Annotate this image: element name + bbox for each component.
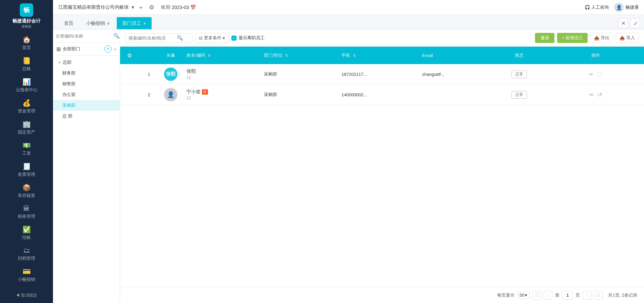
status-badge: 正常 [512,91,527,99]
sidebar-item-invoice[interactable]: 🧾 发票管理 [0,159,53,180]
sidebar-item-expense[interactable]: 💳 小畅报销 [0,264,53,285]
import-button[interactable]: 📥 导入 [616,33,639,43]
filter-button[interactable]: ⊟ 更多条件 ▾ [195,33,229,43]
avatar: 👤 [614,3,624,12]
expand-tab-btn[interactable]: ⤢ [631,18,640,28]
refresh-icon[interactable]: ↺ [598,92,602,98]
row2-actions-cell: ✏ ↺ [547,85,644,105]
checkout-icon: ✅ [22,225,31,234]
dept-item-hq2[interactable]: 总 部 [53,111,120,121]
add-company-icon[interactable]: ＋ [137,3,145,11]
table-settings-button[interactable]: ⚙ [124,50,135,61]
sidebar-item-salary[interactable]: 💵 工资 [0,138,53,159]
dept-item-hq[interactable]: ▼ 总部 [53,57,120,68]
add-employee-button[interactable]: + 新增员工 [557,33,588,43]
sidebar-item-assets[interactable]: 🏢 固定资产 [0,117,53,138]
tab-dept-close[interactable]: × [143,21,146,26]
next-page-button[interactable]: › [583,291,591,300]
export-button[interactable]: 📤 导出 [590,33,613,43]
support-button[interactable]: 🎧 人工咨询 [585,4,609,10]
dept-search-icon[interactable]: 🔍 [113,33,120,39]
resigned-checkbox[interactable] [231,36,236,41]
row2-phone-cell: 140000002... [337,85,418,105]
row1-index-num: 1 [139,64,159,85]
export-label: 导出 [601,35,609,41]
home-icon: 🏠 [22,36,31,44]
sidebar-item-home[interactable]: 🏠 首页 [0,32,53,53]
show-resigned-label: 显示离职员工 [238,35,265,41]
left-panel: 🔍 ⊞ 全部部门 ✎ « ▼ 总部 财务部 销售部 办公室 采购部 总 部 [53,30,120,303]
company-dropdown-icon[interactable]: ▾ [131,4,134,10]
search-icon[interactable]: 🔍 [177,35,183,41]
archive-icon: 🗂 [23,247,30,254]
reports-icon: 📊 [22,78,31,86]
tab-expense-close[interactable]: × [107,21,110,26]
period-value: 2023-03 [172,5,189,10]
sidebar-item-tax[interactable]: 🏛 税务管理 [0,201,53,222]
edit-icon[interactable]: ✏ [589,92,594,98]
show-resigned-toggle[interactable]: 显示离职员工 [231,35,265,41]
tab-home[interactable]: 首页 [58,17,79,29]
col-phone[interactable]: 手机 ⇅ [337,47,418,64]
invoice-icon: 🧾 [22,162,31,170]
page-number-input[interactable] [562,291,573,300]
dept-search-input[interactable] [56,34,112,39]
tab-expense[interactable]: 小畅报销 × [80,17,115,29]
sidebar-item-label: 总账 [22,66,31,72]
tab-dept[interactable]: 部门员工 × [117,17,152,29]
sidebar-item-archive[interactable]: 🗂 归档管理 [0,243,53,264]
invite-button[interactable]: 邀请 [535,33,554,43]
app-name: 畅捷通好会计 [12,18,41,24]
table-container: ⚙ 头像 姓名/编码 ⇅ 部门/职位 ⇅ [120,47,644,287]
tax-icon: 🏛 [23,205,30,212]
row1-status-cell: 正常 [491,64,547,85]
tab-dept-label: 部门员工 [122,20,141,27]
toolbar: 🔍 ⊟ 更多条件 ▾ 显示离职员工 邀请 + 新增员工 📤 导出 [120,30,644,47]
collapse-icon[interactable]: « [114,46,116,52]
dept-item-finance[interactable]: 财务部 [53,68,120,79]
import-icon: 📥 [620,36,625,41]
close-tab-btn[interactable]: ✕ [619,18,628,28]
sidebar-item-settings[interactable]: ⚙ 基础设置 [0,285,53,288]
prev-page-button[interactable]: ‹ [544,291,552,300]
page-size-select[interactable]: 50 ▾ [517,292,530,299]
filter-dropdown-icon: ▾ [223,36,225,41]
company-settings-icon[interactable]: ⚙ [148,3,156,11]
edit-dept-btn[interactable]: ✎ [104,45,112,53]
dept-item-sales[interactable]: 销售部 [53,79,120,89]
funds-icon: 💰 [22,99,31,107]
sidebar-item-reports[interactable]: 📊 云报表中心 [0,74,53,96]
sidebar-item-funds[interactable]: 💰 资金管理 [0,96,53,117]
sidebar-item-label: 固定资产 [18,129,35,135]
dept-item-purchase[interactable]: 采购部 [53,100,120,111]
user-menu[interactable]: 👤 畅捷通 [614,3,639,12]
col-name[interactable]: 姓名/编码 ⇅ [182,47,260,64]
sidebar-item-inventory[interactable]: 📦 库存核算 [0,180,53,201]
row2-dept-cell: 采购部 [260,85,337,105]
edit-icon[interactable]: ✏ [589,71,593,78]
period-info: 账期 2023-03 📅 [161,4,196,10]
dept-item-office[interactable]: 办公室 [53,89,120,100]
action-icons: ✏ ⬚ [551,71,640,78]
logout-icon[interactable]: ⬚ [597,71,602,78]
all-dept-label[interactable]: 全部部门 [63,46,102,52]
pagination: 每页显示 50 ▾ ⟨⟨ ‹ 第 页 › ⟩⟩ 共1页, 2条记录 [120,287,644,303]
page-size-dropdown-icon: ▾ [525,293,527,298]
action-icons: ✏ ↺ [551,92,640,98]
sidebar-item-ledger[interactable]: 📒 总账 [0,53,53,74]
top-header: 江西服宝精品有限责任公司内账张 ▾ ＋ ⚙ 账期 2023-03 📅 🎧 人工咨… [53,0,644,15]
row2-avatar-cell: 👤 [159,85,182,105]
inventory-icon: 📦 [22,184,31,192]
sidebar-item-checkout[interactable]: ✅ 结账 [0,222,53,243]
search-input[interactable] [128,36,175,41]
filter-icon: ⊟ [199,36,203,41]
calendar-icon[interactable]: 📅 [190,5,196,10]
first-page-button[interactable]: ⟨⟨ [532,291,541,300]
col-dept[interactable]: 部门/职位 ⇅ [260,47,337,64]
grid-icon: ⊞ [56,46,61,52]
last-page-button[interactable]: ⟩⟩ [594,291,603,300]
unpin-button[interactable]: ◀ 取消固定 [0,291,53,300]
ledger-icon: 📒 [22,57,31,65]
employee-table: ⚙ 头像 姓名/编码 ⇅ 部门/职位 ⇅ [120,47,644,105]
row2-index-num: 2 [139,85,159,105]
